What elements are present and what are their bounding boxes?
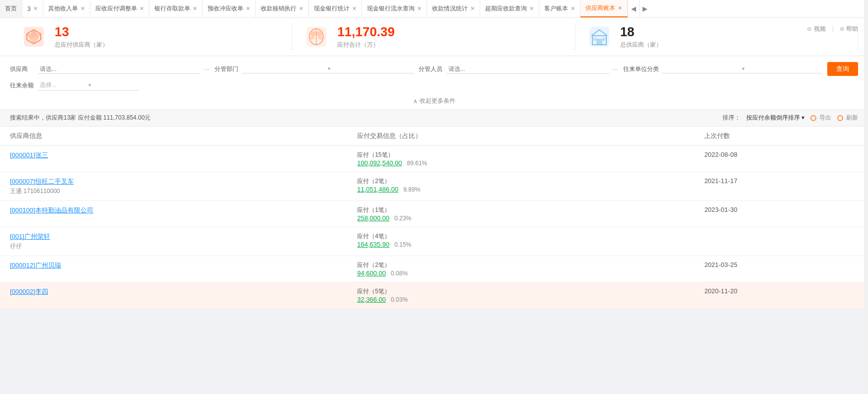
tx-amount[interactable]: 11,051,486.00 <box>357 186 398 193</box>
video-icon: ⊙ <box>807 25 812 32</box>
last-date-cell: 2020-11-20 <box>694 282 868 309</box>
result-summary-text: 搜索结果中，供应商13家 应付金额 111,703,854.00元 <box>10 114 150 122</box>
collapse-button[interactable]: ∧ 收起更多条件 <box>10 95 858 105</box>
close-icon[interactable]: ✕ <box>417 5 422 12</box>
person-input[interactable] <box>446 65 609 74</box>
tx-label: 应付 <box>357 288 369 295</box>
tx-count: （1笔） <box>369 206 390 213</box>
tx-amount[interactable]: 164,635.90 <box>357 241 389 248</box>
tx-cell: 应付（4笔）164,635.900.15% <box>347 227 694 256</box>
total-payable-info: 11,170.39 应付合计（万） <box>337 24 395 49</box>
last-date-cell: 2021-03-25 <box>694 256 868 282</box>
supplier-cell: [000001]张三 <box>0 146 347 172</box>
supplier-link[interactable]: [000002]李四 <box>10 288 48 295</box>
supplier-dots[interactable]: ··· <box>204 65 210 73</box>
tx-amount[interactable]: 32,366.00 <box>357 296 386 303</box>
person-label: 分管人员 <box>419 65 443 73</box>
tx-amount[interactable]: 258,000.00 <box>357 214 389 222</box>
supplier-link[interactable]: [000007]恒旺二手叉车 <box>10 178 74 185</box>
tx-percent: 0.23% <box>394 215 411 222</box>
dept-select[interactable]: ▾ <box>242 65 414 73</box>
close-icon[interactable]: ✕ <box>352 5 357 12</box>
table-row: [000002]李四应付（5笔）32,366.000.03%2020-11-20 <box>0 282 868 309</box>
supplier-link[interactable]: [000100]本特勤油品有限公司 <box>10 206 93 214</box>
summary-card-total-payable: 11,170.39 应付合计（万） <box>292 23 575 51</box>
col-tx-info: 应付交易信息（占比） <box>347 127 694 146</box>
supplier-cell: [000007]恒旺二手叉车王通 17106110000 <box>0 172 347 201</box>
table-row: [000001]张三应付（15笔）100,092,540.0089.61%202… <box>0 146 868 172</box>
sort-value[interactable]: 按应付余额倒序排序 ▾ <box>746 114 804 122</box>
dept-label: 分管部门 <box>215 65 239 73</box>
balance-label: 往来余额 <box>10 81 35 90</box>
last-date-cell: 2023-01-30 <box>694 201 868 227</box>
nav-tab-collection[interactable]: 收款核销执行 ✕ <box>256 0 309 17</box>
tx-percent: 89.61% <box>407 160 428 167</box>
result-bar: 搜索结果中，供应商13家 应付金额 111,703,854.00元 排序： 按应… <box>0 110 868 127</box>
supplier-sub-info: 王通 17106110000 <box>10 187 337 196</box>
refresh-icon <box>837 115 843 121</box>
tx-amount[interactable]: 100,092,540.00 <box>357 159 402 167</box>
table-row: [000007]恒旺二手叉车王通 17106110000应付（2笔）11,051… <box>0 172 868 201</box>
supplier-input[interactable] <box>38 65 201 74</box>
close-icon[interactable]: ✕ <box>571 5 575 12</box>
nav-tab-3[interactable]: 3 ✕ <box>22 0 43 17</box>
nav-tab-cash-stat[interactable]: 现金银行统计 ✕ <box>309 0 362 17</box>
nav-tab-prepay[interactable]: 预收冲应收单 ✕ <box>203 0 256 17</box>
close-icon[interactable]: ✕ <box>618 5 622 11</box>
payable-suppliers-label: 总应付供应商（家） <box>55 41 108 49</box>
nav-tab-cash-flow[interactable]: 现金银行流水查询 ✕ <box>362 0 427 17</box>
nav-tab-other-income[interactable]: 其他收入单 ✕ <box>43 0 90 17</box>
tx-percent: 0.08% <box>391 270 408 277</box>
nav-tab-overdue[interactable]: 超期应收款查询 ✕ <box>480 0 539 17</box>
nav-tab-bank[interactable]: 银行存取款单 ✕ <box>149 0 203 17</box>
tx-count: （5笔） <box>369 288 390 295</box>
person-dots[interactable]: ··· <box>612 65 618 73</box>
nav-left-arrow[interactable]: ◀ <box>628 0 639 17</box>
tx-percent: 0.03% <box>391 296 408 303</box>
tx-count: （15笔） <box>369 151 393 158</box>
filter-row-2: 往来余额 选择... ▾ <box>10 80 858 91</box>
table-row: [001]广州荣轩仔仔应付（4笔）164,635.900.15% <box>0 227 868 256</box>
scrollbar[interactable] <box>864 0 868 309</box>
tx-cell: 应付（2笔）94,600.000.08% <box>347 256 694 282</box>
close-icon[interactable]: ✕ <box>33 5 38 12</box>
svg-rect-17 <box>602 38 605 41</box>
total-suppliers-number: 18 <box>620 24 662 40</box>
tx-count: （2笔） <box>369 178 390 185</box>
video-link[interactable]: ⊙ 视频 <box>807 25 825 33</box>
close-icon[interactable]: ✕ <box>140 5 144 12</box>
nav-right-arrow[interactable]: ▶ <box>639 0 651 17</box>
nav-tab-supplier-book[interactable]: 供应商账本 ✕ <box>580 0 628 17</box>
supplier-link[interactable]: [000012]广州贝瑞 <box>10 262 61 269</box>
summary-bar: 13 总应付供应商（家） 11,170.39 应付合计（万） <box>0 18 868 56</box>
svg-rect-16 <box>593 38 596 41</box>
top-tools: ⊙ 视频 ｜ ⊙ 帮助 <box>807 25 858 33</box>
diamond-icon <box>20 23 48 51</box>
nav-tab-customer-book[interactable]: 客户账本 ✕ <box>539 0 580 17</box>
table-row: [000012]广州贝瑞应付（2笔）94,600.000.08%2021-03-… <box>0 256 868 282</box>
balance-select[interactable]: 选择... ▾ <box>38 80 139 91</box>
help-link[interactable]: ⊙ 帮助 <box>840 25 858 33</box>
close-icon[interactable]: ✕ <box>470 5 475 12</box>
filter-row-1: 供应商 ··· 分管部门 ▾ 分管人员 ··· 往来单位分类 ▾ 查询 <box>10 62 858 76</box>
nav-tab-home[interactable]: 首页 <box>0 0 22 17</box>
filter-dept: 分管部门 ▾ <box>215 65 414 73</box>
close-icon[interactable]: ✕ <box>529 5 534 12</box>
supplier-link[interactable]: [001]广州荣轩 <box>10 233 50 240</box>
close-icon[interactable]: ✕ <box>246 5 250 12</box>
table-header-row: 供应商信息 应付交易信息（占比） 上次付数 <box>0 127 868 146</box>
nav-tab-receipt-stat[interactable]: 收款情况统计 ✕ <box>427 0 480 17</box>
col-supplier-info: 供应商信息 <box>0 127 347 146</box>
close-icon[interactable]: ✕ <box>193 5 197 12</box>
search-button[interactable]: 查询 <box>827 62 858 76</box>
close-icon[interactable]: ✕ <box>80 5 85 12</box>
refresh-button[interactable]: 刷新 <box>837 114 858 122</box>
nav-tab-adjustment[interactable]: 应收应付调整单 ✕ <box>90 0 149 17</box>
supplier-link[interactable]: [000001]张三 <box>10 151 48 159</box>
export-button[interactable]: 导出 <box>810 114 831 122</box>
tx-percent: 0.15% <box>394 241 411 248</box>
tx-label: 应付 <box>357 262 369 268</box>
category-select[interactable]: ▾ <box>662 65 823 73</box>
close-icon[interactable]: ✕ <box>299 5 303 12</box>
tx-amount[interactable]: 94,600.00 <box>357 269 386 277</box>
